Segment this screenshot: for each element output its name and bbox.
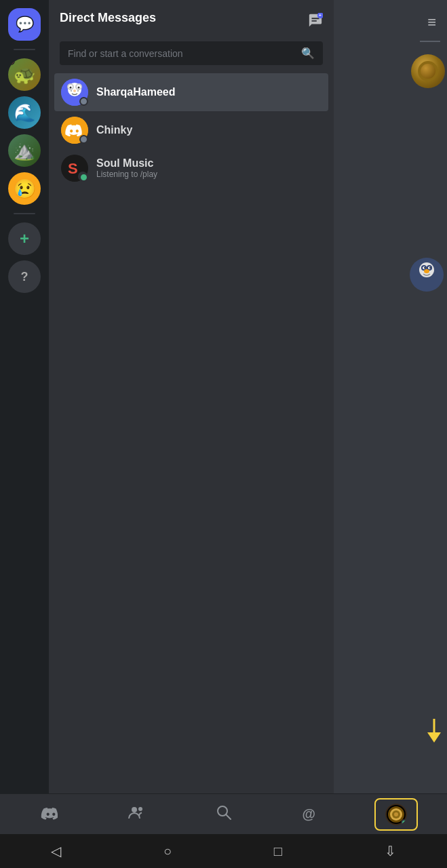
nav-item-home[interactable] (29, 798, 69, 831)
right-panel: ≡ (334, 0, 447, 793)
svg-point-24 (424, 267, 425, 269)
svg-point-29 (132, 807, 137, 812)
android-recent-button[interactable]: □ (274, 844, 282, 859)
dm-panel-title: Direct Messages (60, 11, 156, 25)
svg-point-38 (394, 812, 398, 816)
mountains-icon: ⛰️ (14, 140, 35, 161)
avatar-wrapper-sharqa (61, 79, 88, 106)
discover-icon: ? (21, 270, 28, 284)
sidebar-divider-2 (14, 213, 35, 214)
down-arrow-icon (424, 719, 444, 746)
profile-avatar (385, 804, 407, 825)
svg-point-10 (73, 90, 76, 92)
avatar-wrapper-chinky (61, 117, 88, 144)
search-placeholder: Find or start a conversation (68, 48, 183, 59)
svg-point-30 (138, 807, 142, 811)
svg-point-12 (77, 90, 79, 92)
svg-marker-28 (427, 732, 441, 743)
chat-icon: 💬 (16, 16, 34, 33)
dm-header: Direct Messages + Find or start a conver… (49, 0, 334, 71)
discord-home-icon (40, 804, 58, 825)
server-icon-emoji[interactable]: 😢 (8, 172, 41, 205)
nav-item-profile[interactable] (374, 798, 418, 831)
svg-point-26 (424, 269, 429, 273)
dm-panel: Direct Messages + Find or start a conver… (49, 0, 334, 793)
server-icon-mountains[interactable]: ⛰️ (8, 134, 41, 167)
avatar-wrapper-soul: S 📱 (61, 155, 88, 182)
android-download-button[interactable]: ⇩ (385, 843, 396, 859)
dm-item-chinky[interactable]: Chinky (54, 111, 328, 149)
svg-line-32 (226, 814, 231, 819)
right-panel-header: ≡ (334, 7, 447, 38)
member-avatar-penguin (410, 258, 447, 295)
svg-point-8 (70, 87, 72, 89)
server-icon-minecraft[interactable]: 🐢 (8, 58, 41, 91)
profile-online-dot (401, 819, 407, 825)
soul-name: Soul Music (96, 157, 157, 170)
penguin-avatar-image (410, 258, 444, 292)
search-icon: 🔍 (301, 47, 315, 60)
sharqa-name: SharqaHameed (96, 86, 176, 98)
svg-point-25 (429, 267, 431, 269)
chinky-status-dot (79, 135, 88, 144)
server-sidebar: 💬 🐢 🌊 ⛰️ 😢 + (0, 0, 49, 793)
search-nav-icon (215, 804, 233, 825)
mentions-icon: @ (302, 806, 315, 822)
sharqa-info: SharqaHameed (96, 86, 176, 98)
svg-point-11 (71, 90, 72, 92)
dm-item-sharqahameed[interactable]: SharqaHameed (54, 73, 328, 111)
search-bar[interactable]: Find or start a conversation 🔍 (60, 41, 323, 65)
arrow-indicator (424, 719, 444, 746)
add-server-button[interactable]: + (8, 222, 41, 255)
svg-point-9 (78, 87, 80, 89)
svg-text:S: S (68, 160, 78, 177)
chinky-name: Chinky (96, 124, 132, 136)
soul-status-dot (79, 173, 88, 182)
dm-list: SharqaHameed (49, 71, 334, 793)
sidebar-divider (14, 49, 35, 50)
dm-item-soul-music[interactable]: S 📱 Soul Music Listening to Listening to… (54, 149, 328, 187)
new-dm-icon: + (308, 13, 323, 28)
nav-item-friends[interactable] (117, 798, 156, 831)
new-dm-button[interactable]: + (308, 13, 323, 31)
chinky-info: Chinky (96, 124, 132, 136)
sharqa-status-dot (79, 97, 88, 106)
soul-status-text: Listening to Listening to /play/play (96, 170, 157, 179)
android-home-button[interactable]: ○ (163, 844, 172, 859)
minecraft-icon: 🐢 (14, 64, 35, 85)
dm-icon[interactable]: 💬 (8, 8, 41, 41)
svg-text:+: + (319, 13, 322, 18)
add-icon: + (20, 229, 29, 248)
soul-info: Soul Music Listening to Listening to /pl… (96, 157, 157, 179)
right-separator (420, 41, 440, 42)
emoji-icon: 😢 (13, 178, 37, 200)
friends-icon (128, 804, 145, 825)
nav-item-mentions[interactable]: @ (291, 801, 326, 827)
bottom-nav: @ (0, 793, 447, 834)
ocean-icon: 🌊 (14, 102, 35, 123)
server-icon-ocean[interactable]: 🌊 (8, 96, 41, 129)
member-avatar-ring (410, 54, 447, 92)
nav-item-search[interactable] (204, 798, 244, 831)
discover-button[interactable]: ? (8, 260, 41, 293)
hamburger-menu-icon[interactable]: ≡ (427, 14, 436, 31)
android-nav: ◁ ○ □ ⇩ (0, 834, 447, 868)
android-back-button[interactable]: ◁ (51, 843, 61, 859)
